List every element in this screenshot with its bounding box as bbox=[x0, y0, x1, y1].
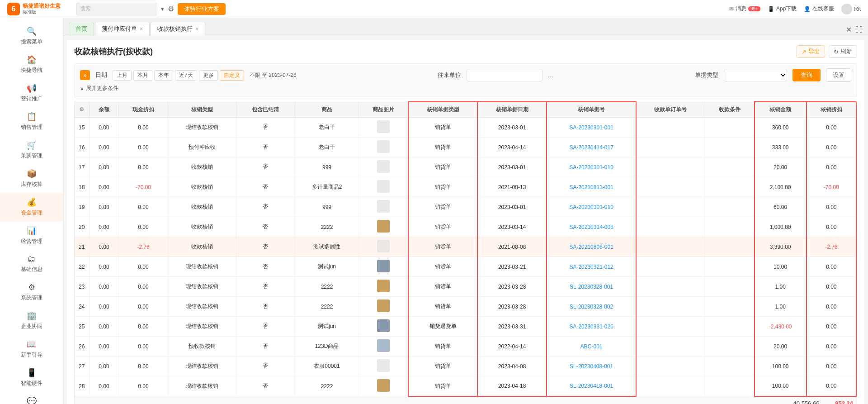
cell-cash-discount: 0.00 bbox=[119, 317, 168, 337]
tab-prepay-close[interactable]: × bbox=[140, 26, 143, 32]
filter-toggle-btn[interactable]: » bbox=[80, 70, 90, 80]
refresh-btn[interactable]: ↻ 刷新 bbox=[829, 45, 857, 58]
cell-goods-img bbox=[359, 217, 408, 237]
sidebar-item-inventory[interactable]: 📦 库存核算 bbox=[0, 164, 63, 193]
cell-doc-date: 2023-04-18 bbox=[477, 376, 547, 396]
filter-settings-btn[interactable]: 设置 bbox=[826, 68, 851, 82]
cell-pay-cond bbox=[705, 217, 754, 237]
table-header-row: ⚙ 余额 现金折扣 核销类型 包含已结清 商品 商品图片 核销单据类型 核销单据… bbox=[75, 102, 856, 118]
cell-order-no bbox=[636, 217, 705, 237]
table-row: 15 0.00 0.00 现结收款核销 否 老白干 销货单 2023-03-01… bbox=[75, 118, 856, 138]
tab-verify-close[interactable]: × bbox=[195, 26, 198, 32]
doc-no-link[interactable]: SA-20210813-001 bbox=[569, 184, 613, 190]
doc-no-link[interactable]: SL-20230328-002 bbox=[570, 304, 613, 310]
cell-included: 否 bbox=[236, 297, 295, 317]
cell-included: 否 bbox=[236, 217, 295, 237]
sidebar-item-label: 采购管理 bbox=[21, 152, 42, 160]
online-service-btn[interactable]: 👤 在线客服 bbox=[804, 5, 834, 13]
cell-verify-type: 现结收款核销 bbox=[168, 317, 236, 337]
cell-verify-type: 现结收款核销 bbox=[168, 376, 236, 396]
dropdown-btn[interactable]: ▾ bbox=[161, 5, 164, 12]
cell-doc-date: 2023-03-28 bbox=[477, 277, 547, 297]
doc-no-link[interactable]: SA-20230314-008 bbox=[569, 224, 613, 230]
cell-discount: -70.00 bbox=[807, 177, 856, 197]
doc-type-select[interactable] bbox=[724, 69, 787, 81]
sidebar-item-system[interactable]: ⚙ 系统管理 bbox=[0, 278, 63, 306]
cell-doc-date: 2023-03-14 bbox=[477, 217, 547, 237]
cell-order-no bbox=[636, 337, 705, 356]
cell-doc-type: 销货单 bbox=[408, 138, 477, 157]
sidebar-item-beginner[interactable]: 📖 新手引导 bbox=[0, 335, 63, 363]
settings-icon[interactable]: ⚙ bbox=[168, 5, 174, 13]
cell-discount: 0.00 bbox=[807, 157, 856, 177]
doc-no-link[interactable]: SL-20230418-001 bbox=[570, 383, 613, 389]
export-btn[interactable]: ↗ 导出 bbox=[797, 45, 825, 58]
sidebar-item-sales[interactable]: 📋 销售管理 bbox=[0, 107, 63, 136]
cell-goods: 老白干 bbox=[295, 138, 359, 157]
user-btn[interactable]: Rit bbox=[841, 4, 861, 14]
this-year-btn[interactable]: 本年 bbox=[154, 70, 173, 81]
doc-no-link[interactable]: SA-20230301-010 bbox=[569, 204, 613, 210]
filter-expand[interactable]: ∨ 展开更多条件 bbox=[80, 85, 851, 92]
online-service-label: 在线客服 bbox=[812, 5, 834, 13]
industry-btn[interactable]: 体验行业方案 bbox=[178, 3, 226, 15]
doc-no-link[interactable]: SA-20230331-026 bbox=[569, 323, 613, 330]
cell-id: 15 bbox=[75, 118, 89, 138]
table-row: 27 0.00 0.00 现结收款核销 否 衣服00001 销货单 2023-0… bbox=[75, 356, 856, 376]
messages-btn[interactable]: ✉ 消息 99+ bbox=[729, 5, 760, 13]
sidebar-item-quick-nav[interactable]: 🏠 快捷导航 bbox=[0, 50, 63, 79]
doc-no-link[interactable]: SA-20230301-001 bbox=[569, 124, 613, 131]
sidebar-item-search-menu[interactable]: 🔍 搜索菜单 bbox=[0, 22, 63, 50]
from-unit-dots[interactable]: ... bbox=[548, 71, 554, 79]
cell-doc-no: SA-20210808-001 bbox=[547, 237, 636, 257]
chevron-down-icon: ▾ bbox=[161, 5, 164, 12]
cell-cash-discount: 0.00 bbox=[119, 297, 168, 317]
tab-verify[interactable]: 收款核销执行 × bbox=[151, 22, 205, 36]
more-btn[interactable]: 更多 bbox=[199, 70, 218, 81]
col-gear[interactable]: ⚙ bbox=[75, 102, 89, 118]
cell-pay-cond bbox=[705, 337, 754, 356]
doc-no-link[interactable]: SA-20230414-017 bbox=[569, 144, 613, 151]
search-box[interactable]: 搜索 bbox=[76, 3, 157, 15]
tab-prepay[interactable]: 预付冲应付单 × bbox=[95, 22, 150, 36]
query-btn[interactable]: 查询 bbox=[793, 69, 821, 81]
doc-no-link[interactable]: SL-20230328-001 bbox=[570, 284, 613, 290]
content-area: 首页 预付冲应付单 × 收款核销执行 × ✕ ⛶ 收款核销执行(按收款) bbox=[63, 18, 868, 404]
window-expand-icon[interactable]: ⛶ bbox=[855, 26, 863, 34]
doc-no-link[interactable]: ABC-001 bbox=[580, 343, 603, 350]
sidebar-item-wechat[interactable]: 💬 企业微信 bbox=[0, 392, 63, 404]
custom-btn[interactable]: 自定义 bbox=[220, 70, 244, 81]
cell-goods-img bbox=[359, 376, 408, 396]
cell-goods: 2222 bbox=[295, 277, 359, 297]
sidebar-item-fund[interactable]: 💰 资金管理 bbox=[0, 193, 63, 221]
last-month-btn[interactable]: 上月 bbox=[113, 70, 132, 81]
sidebar-item-marketing[interactable]: 📢 营销推广 bbox=[0, 79, 63, 107]
doc-no-link[interactable]: SA-20230321-012 bbox=[569, 264, 613, 270]
cell-discount: 0.00 bbox=[807, 118, 856, 138]
cell-discount: 0.00 bbox=[807, 356, 856, 376]
app-download-btn[interactable]: 📱 App下载 bbox=[768, 5, 797, 13]
cell-cash-discount: 0.00 bbox=[119, 157, 168, 177]
sidebar-item-biz[interactable]: 📊 经营管理 bbox=[0, 221, 63, 250]
sidebar-item-base[interactable]: 🗂 基础信息 bbox=[0, 250, 63, 278]
cell-doc-no: SL-20230328-001 bbox=[547, 277, 636, 297]
cell-id: 18 bbox=[75, 177, 89, 197]
7days-btn[interactable]: 近7天 bbox=[175, 70, 197, 81]
doc-no-link[interactable]: SA-20230301-010 bbox=[569, 164, 613, 171]
cell-goods: 999 bbox=[295, 157, 359, 177]
this-month-btn[interactable]: 本月 bbox=[133, 70, 152, 81]
from-unit-input[interactable] bbox=[467, 69, 542, 81]
sidebar-item-smart-hw[interactable]: 📱 智能硬件 bbox=[0, 363, 63, 392]
cell-pay-cond bbox=[705, 317, 754, 337]
sidebar-item-corp[interactable]: 🏢 企业协同 bbox=[0, 306, 63, 335]
window-close-icon[interactable]: ✕ bbox=[846, 25, 852, 34]
sidebar-item-label: 资金管理 bbox=[21, 209, 42, 217]
sidebar-item-purchase[interactable]: 🛒 采购管理 bbox=[0, 136, 63, 164]
cell-order-no bbox=[636, 118, 705, 138]
cell-id: 20 bbox=[75, 217, 89, 237]
doc-no-link[interactable]: SL-20230408-001 bbox=[570, 363, 613, 370]
doc-no-link[interactable]: SA-20210808-001 bbox=[569, 244, 613, 250]
cell-order-no bbox=[636, 138, 705, 157]
tab-home[interactable]: 首页 bbox=[69, 22, 94, 36]
inventory-icon: 📦 bbox=[27, 169, 37, 179]
